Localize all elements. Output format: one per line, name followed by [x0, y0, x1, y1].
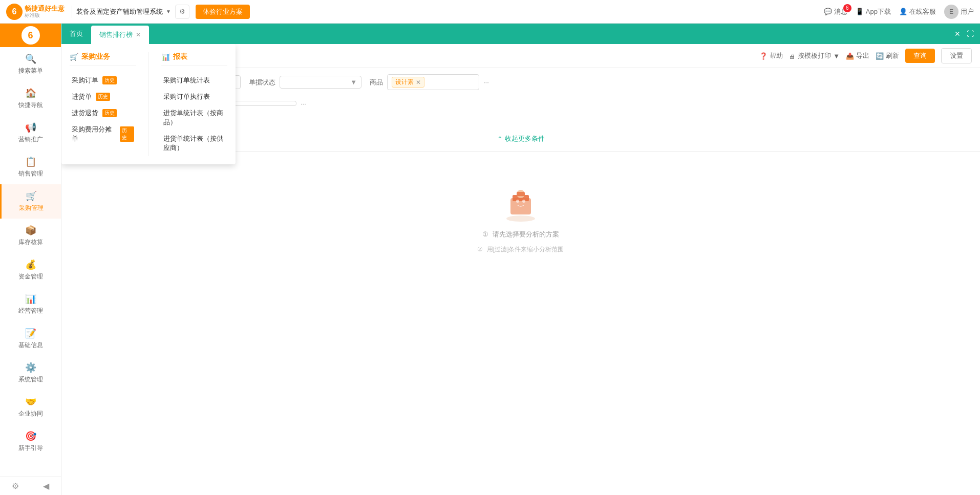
export-icon: 📤 [846, 52, 854, 60]
return-label: 进货退货 [72, 109, 98, 118]
sidebar-item-system-label: 系统管理 [18, 375, 43, 384]
sidebar-item-operations[interactable]: 📊 经营管理 [0, 287, 61, 321]
menu-divider [148, 52, 149, 156]
tab-close-icon[interactable]: ✕ [136, 31, 141, 38]
help-label: 帮助 [770, 51, 783, 60]
menu-item-inbound-stat-product[interactable]: 进货单统计表（按商品） [161, 105, 228, 131]
menu-item-inbound-stat-supplier[interactable]: 进货单统计表（按供应商） [161, 131, 228, 156]
return-badge: 历史 [102, 109, 117, 117]
menu-item-purchase-order[interactable]: 采购订单 历史 [70, 72, 136, 89]
system-dropdown-arrow[interactable]: ▼ [166, 9, 171, 14]
menu-item-order-stat[interactable]: 采购订单统计表 [161, 72, 228, 89]
message-icon: 💬 [824, 8, 832, 15]
print-dropdown-icon: ▼ [833, 52, 840, 60]
print-btn[interactable]: 🖨 按模板打印 ▼ [789, 51, 840, 60]
service-icon: 👤 [899, 8, 907, 15]
tab-sales-rank[interactable]: 销售排行榜 ✕ [91, 26, 149, 44]
sidebar-item-guide[interactable]: 🎯 新手引导 [0, 424, 61, 459]
system-icon: ⚙️ [25, 362, 36, 373]
sales-icon: 📋 [25, 156, 36, 167]
product-tag-close[interactable]: ✕ [416, 79, 421, 86]
help-icon: ❓ [759, 52, 768, 60]
tab-home-label: 首页 [70, 29, 83, 38]
refresh-icon: 🔄 [876, 52, 884, 60]
print-label: 按模板打印 [798, 51, 831, 60]
app-label: App下载 [866, 7, 891, 16]
sidebar-item-finance-label: 资金管理 [18, 272, 43, 281]
home-icon: 🏠 [25, 88, 36, 99]
report-column: 📊 报表 采购订单统计表 采购订单执行表 进货单统计表（按商品） [161, 52, 228, 156]
order-exec-label: 采购订单执行表 [163, 92, 210, 101]
menu-item-inbound[interactable]: 进货单 历史 [70, 89, 136, 105]
salesperson-dots[interactable]: ··· [301, 100, 306, 107]
sidebar-item-inventory[interactable]: 📦 库存核算 [0, 219, 61, 253]
status-input[interactable]: ▼ [280, 76, 361, 89]
empty-hint1-text: 请先选择要分析的方案 [493, 230, 559, 238]
sidebar-item-quicknav[interactable]: 🏠 快捷导航 [0, 81, 61, 116]
sidebar-item-base[interactable]: 📝 基础信息 [0, 321, 61, 356]
sidebar-item-purchase-label: 采购管理 [19, 204, 44, 212]
online-service-item[interactable]: 👤 在线客服 [899, 7, 936, 16]
topbar-settings-icon[interactable]: ⚙ [175, 5, 189, 19]
service-label: 在线客服 [909, 7, 936, 16]
enterprise-icon: 🤝 [25, 396, 36, 407]
app-download-item[interactable]: 📱 App下载 [856, 7, 891, 16]
sidebar-collapse-btn[interactable]: ◀ [43, 481, 49, 491]
sidebar-item-finance[interactable]: 💰 资金管理 [0, 253, 61, 287]
menu-item-order-exec[interactable]: 采购订单执行表 [161, 89, 228, 105]
sidebar-logo: 6 [22, 26, 40, 45]
sidebar-item-sales[interactable]: 📋 销售管理 [0, 150, 61, 184]
search-icon: 🔍 [25, 53, 36, 64]
industry-btn[interactable]: 体验行业方案 [196, 5, 250, 19]
sidebar-item-operations-label: 经营管理 [18, 307, 43, 315]
export-btn[interactable]: 📤 导出 [846, 51, 869, 60]
order-stat-label: 采购订单统计表 [163, 76, 210, 85]
settings-btn[interactable]: 设置 [941, 48, 972, 63]
print-icon: 🖨 [789, 52, 796, 60]
tabbar-fullscreen-icon[interactable]: ⛶ [967, 30, 974, 38]
notification-item[interactable]: 💬 消息 6 [824, 7, 847, 16]
tab-home[interactable]: 首页 [61, 24, 91, 44]
sidebar-item-guide-label: 新手引导 [18, 444, 43, 453]
phone-icon: 📱 [856, 8, 864, 15]
inbound-badge: 历史 [96, 93, 110, 101]
purchase-icon: 🛒 [26, 190, 37, 202]
query-btn[interactable]: 查询 [905, 49, 935, 63]
logo-main: 畅捷通好生意 [25, 5, 65, 13]
svg-rect-4 [517, 192, 525, 196]
main-area: 6 🔍 搜索菜单 🏠 快捷导航 📢 营销推广 📋 销售管理 🛒 采购管 [0, 24, 980, 495]
sidebar-item-sales-label: 销售管理 [18, 169, 43, 178]
report-column-title: 📊 报表 [161, 52, 228, 66]
purchase-order-badge: 历史 [102, 76, 117, 84]
sidebar-item-purchase[interactable]: 🛒 采购管理 [0, 184, 61, 219]
main-content: ❓ 帮助 🖨 按模板打印 ▼ 📤 导出 🔄 [61, 44, 980, 495]
top-bar: 6 畅捷通好生意 标准版 装备及固定资产辅助管理系统 ▼ ⚙ 体验行业方案 💬 … [0, 0, 980, 24]
export-label: 导出 [856, 51, 869, 60]
svg-point-6 [522, 200, 525, 203]
sidebar-item-marketing[interactable]: 📢 营销推广 [0, 116, 61, 150]
content-area: 首页 销售排行榜 ✕ ✕ ⛶ ❓ [61, 24, 980, 495]
purchase-dropdown-menu: 🛒 采购业务 采购订单 历史 进货单 历史 进货退货 [61, 44, 236, 164]
user-item[interactable]: E 用户 [944, 5, 974, 19]
menu-item-expense[interactable]: 采购费用分摊单 历史 [70, 121, 136, 147]
inbound-label: 进货单 [72, 92, 92, 101]
sidebar-item-enterprise[interactable]: 🤝 企业协同 [0, 390, 61, 424]
refresh-btn[interactable]: 🔄 刷新 [876, 51, 899, 60]
sidebar-item-search[interactable]: 🔍 搜索菜单 [0, 47, 61, 81]
hint2-icon: ② [477, 246, 483, 253]
tab-sales-rank-label: 销售排行榜 [99, 30, 133, 39]
empty-hint1: ① 请先选择要分析的方案 [482, 230, 559, 239]
help-btn[interactable]: ❓ 帮助 [759, 51, 783, 60]
product-input[interactable]: 设计素 ✕ [387, 74, 479, 90]
hint1-icon: ① [482, 230, 488, 238]
sidebar-item-search-label: 搜索菜单 [18, 67, 43, 75]
base-icon: 📝 [25, 328, 36, 339]
empty-hint2-text: 用[过滤]条件来缩小分析范围 [487, 246, 564, 253]
menu-item-return[interactable]: 进货退货 历史 [70, 105, 136, 121]
finance-icon: 💰 [25, 259, 36, 270]
sidebar-settings-btn[interactable]: ⚙ [12, 481, 19, 491]
logo-icon: 6 [6, 4, 23, 20]
product-dots[interactable]: ··· [483, 78, 489, 86]
tabbar-close-icon[interactable]: ✕ [954, 30, 961, 38]
sidebar-item-system[interactable]: ⚙️ 系统管理 [0, 356, 61, 390]
